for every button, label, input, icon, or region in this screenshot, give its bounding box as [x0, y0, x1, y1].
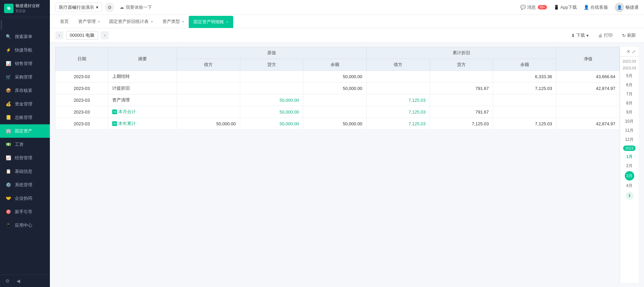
tab-asset-mgmt-label: 资产管理: [78, 19, 96, 25]
app-download-action[interactable]: 📱 App下载: [554, 4, 577, 10]
th-accum-credit: 贷方: [430, 59, 493, 71]
tab-asset-type-close[interactable]: ×: [182, 20, 184, 24]
chevron-down-icon: ▾: [586, 33, 589, 38]
close-panel-icon[interactable]: ✕: [626, 49, 631, 54]
timeline-month-item[interactable]: 9月: [620, 108, 639, 117]
box-icon: 📦: [5, 88, 11, 94]
cell-orig-balance: 50,000.00: [303, 71, 367, 83]
username: 畅捷通: [625, 4, 639, 10]
sidebar-scrollbar-thumb[interactable]: [1, 20, 2, 30]
sidebar-item-enterprise[interactable]: 🤝 企业协同: [0, 192, 50, 205]
cell-accum-balance: [493, 106, 556, 118]
tab-asset-detail-close[interactable]: ×: [226, 20, 228, 24]
company-name: 医疗器械行业演示: [59, 4, 94, 10]
cell-orig-debit: [177, 94, 240, 106]
experience-button[interactable]: ☁ 我要体验一下: [120, 4, 152, 10]
expand-panel-icon[interactable]: ⤢: [632, 49, 636, 54]
next-asset-button[interactable]: ›: [101, 31, 109, 39]
timeline-month-item[interactable]: 7月: [620, 90, 639, 99]
tab-depreciation-label: 固定资产折旧统计表: [109, 19, 149, 25]
print-icon: 🖨: [598, 33, 603, 38]
tab-asset-mgmt[interactable]: 资产管理 ×: [73, 16, 104, 28]
cell-orig-balance: 50,000.00: [303, 83, 367, 94]
sidebar-item-inventory[interactable]: 📦 库存核算: [0, 84, 50, 97]
sidebar-item-label: 工资: [15, 141, 24, 148]
refresh-button[interactable]: ↻ 刷新: [619, 31, 639, 40]
app-download-label: App下载: [560, 4, 577, 10]
service-icon: 👤: [584, 5, 589, 10]
sidebar-nav: 🔍 搜索菜单 ⚡ 快捷导航 📊 销售管理 🛒 采购管理 📦 库存核算 💰 资金管…: [0, 30, 50, 275]
logo-title: 畅捷通好业财: [16, 3, 40, 9]
timeline-month-item[interactable]: 12月: [620, 135, 639, 144]
tab-depreciation-stats[interactable]: 固定资产折旧统计表 ×: [104, 16, 157, 28]
th-orig-credit: 贷方: [240, 59, 303, 71]
cell-net-value: [556, 106, 620, 118]
user-info[interactable]: 👤 畅捷通: [615, 3, 639, 12]
sidebar-item-fixed-assets[interactable]: 🏢 固定资产: [0, 124, 50, 138]
sidebar-item-purchase[interactable]: 🛒 采购管理: [0, 70, 50, 84]
cell-orig-credit: [240, 83, 303, 94]
message-action[interactable]: 💬 消息 99+: [520, 4, 547, 10]
download-icon: 📱: [554, 5, 559, 10]
online-service-action[interactable]: 👤 在线客服: [584, 4, 608, 10]
message-label: 消息: [527, 4, 536, 10]
message-badge: 99+: [538, 5, 547, 9]
cell-accum-debit: 7,125.03: [367, 118, 430, 130]
main-area: 医疗器械行业演示 ▾ ⚙ ☁ 我要体验一下 💬 消息 99+ 📱 App下载 👤…: [50, 0, 644, 287]
cell-date: 2023-03: [56, 71, 108, 83]
sidebar-item-quick-nav[interactable]: ⚡ 快捷导航: [0, 43, 50, 57]
cell-date: 2023-03: [56, 94, 108, 106]
timeline-month-item[interactable]: 8月: [620, 99, 639, 108]
timeline-month-item[interactable]: 3月: [625, 171, 634, 181]
timeline-month-item[interactable]: 2月: [620, 161, 639, 170]
toolbar: ‹ 000001 电脑 › ⬇ 下载 ▾ 🖨 打印 ↻ 刷新: [50, 28, 644, 43]
cell-net-value: [556, 94, 620, 106]
th-accum-balance: 余额: [493, 59, 556, 71]
cell-accum-debit: 7,125.03: [367, 106, 430, 118]
timeline-down-button[interactable]: ⬇: [625, 192, 634, 200]
sidebar-item-fund[interactable]: 💰 资金管理: [0, 97, 50, 111]
sidebar-item-payroll[interactable]: 💵 工资: [0, 138, 50, 151]
print-label: 打印: [604, 32, 613, 38]
sidebar-item-app-center[interactable]: 📱 应用中心: [0, 219, 50, 232]
cell-accum-balance: [493, 94, 556, 106]
sidebar-item-guide[interactable]: 🎯 新手引导: [0, 205, 50, 219]
timeline-month-item[interactable]: 10月: [620, 117, 639, 126]
cell-orig-credit: [240, 71, 303, 83]
cell-date: 2023-03: [56, 106, 108, 118]
timeline-month-item[interactable]: 4月: [620, 181, 639, 190]
timeline-month-item[interactable]: 11月: [620, 126, 639, 135]
sidebar-item-system[interactable]: ⚙️ 系统管理: [0, 178, 50, 192]
tab-asset-type[interactable]: 资产类型 ×: [158, 16, 189, 28]
collapse-icon[interactable]: ◀: [17, 278, 20, 284]
tab-asset-detail[interactable]: 固定资产明细账 ×: [189, 16, 233, 28]
tab-asset-detail-label: 固定资产明细账: [193, 19, 224, 25]
building-icon: 🏢: [5, 128, 11, 134]
cell-summary: 资产清理: [108, 94, 177, 106]
asset-detail-table: 日期 摘要 原值 累计折旧 净值 借方 贷方 余额 借方 贷方 余额: [55, 47, 620, 130]
cell-net-value: 42,874.97: [556, 118, 620, 130]
cell-summary: M本年累计: [108, 118, 177, 130]
timeline-month-item[interactable]: 6月: [620, 81, 639, 90]
tab-home[interactable]: 首页: [55, 16, 73, 28]
timeline-month-item[interactable]: 5月: [620, 71, 639, 81]
sidebar-item-label: 搜索菜单: [15, 34, 32, 40]
settings-button[interactable]: ⚙: [105, 3, 114, 12]
cell-accum-credit: [430, 94, 493, 106]
tab-asset-mgmt-close[interactable]: ×: [98, 20, 100, 24]
tab-depreciation-close[interactable]: ×: [151, 20, 153, 24]
prev-asset-button[interactable]: ‹: [55, 31, 63, 39]
sidebar-item-basic-info[interactable]: 📋 基础信息: [0, 165, 50, 178]
sidebar-item-search[interactable]: 🔍 搜索菜单: [0, 30, 50, 43]
sidebar-item-sales[interactable]: 📊 销售管理: [0, 57, 50, 70]
company-selector[interactable]: 医疗器械行业演示 ▾: [55, 3, 102, 12]
refresh-icon: ↻: [622, 33, 626, 38]
table-row: 2023-03 资产清理 50,000.00 7,125.03: [56, 94, 620, 106]
sidebar-item-operations[interactable]: 📈 经营管理: [0, 151, 50, 165]
timeline-month-item[interactable]: 1月: [620, 152, 639, 161]
sidebar-item-label: 资金管理: [15, 101, 32, 107]
download-button[interactable]: ⬇ 下载 ▾: [569, 31, 591, 40]
settings-footer-icon[interactable]: ⚙: [5, 278, 10, 284]
sidebar-item-ledger[interactable]: 📒 总账管理: [0, 111, 50, 124]
print-button[interactable]: 🖨 打印: [595, 31, 615, 40]
